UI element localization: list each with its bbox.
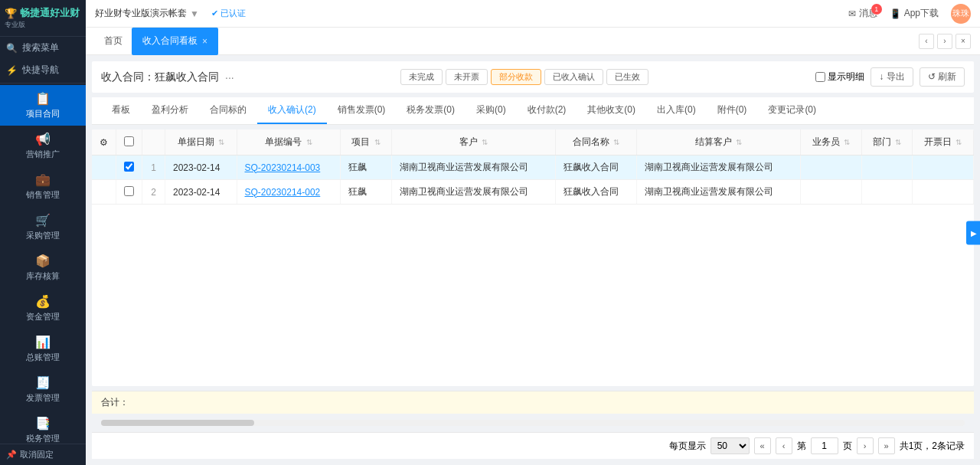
row1-settings xyxy=(92,156,116,180)
row1-checkbox[interactable] xyxy=(124,162,134,172)
subtab-change-log[interactable]: 变更记录(0) xyxy=(757,97,827,124)
row2-doc-no[interactable]: SQ-20230214-002 xyxy=(237,180,341,205)
row2-num: 2 xyxy=(142,180,165,205)
topbar: 好业财专业版演示帐套 ▼ ✔ 已认证 ✉ 1 消息 📱 App下载 珠珠 xyxy=(86,0,980,28)
income-confirm-table: ⚙ 单据日期 ⇅ 单据编号 ⇅ xyxy=(92,129,974,205)
more-options-button[interactable]: ··· xyxy=(225,71,234,84)
col-project[interactable]: 项目 ⇅ xyxy=(341,129,391,156)
sidebar-item-project-contract[interactable]: 📋 项目合同 xyxy=(0,85,86,126)
show-detail-input[interactable] xyxy=(815,72,825,82)
first-page-button[interactable]: « xyxy=(754,437,771,454)
status-no-invoice[interactable]: 未开票 xyxy=(446,69,488,85)
tab-next-button[interactable]: › xyxy=(937,34,952,49)
export-button[interactable]: ↓ 导出 xyxy=(871,67,913,87)
subtab-profit[interactable]: 盈利分析 xyxy=(141,97,199,124)
status-effective[interactable]: 已生效 xyxy=(606,69,648,85)
sidebar-item-invoice[interactable]: 🧾 发票管理 xyxy=(0,369,86,410)
company-selector[interactable]: 好业财专业版演示帐套 ▼ xyxy=(95,7,199,20)
pin-icon: 📌 xyxy=(6,450,17,460)
subtab-tax-invoice[interactable]: 税务发票(0) xyxy=(396,97,466,124)
subtab-purchase[interactable]: 采购(0) xyxy=(466,97,517,124)
page-number-input[interactable] xyxy=(811,437,838,454)
export-icon: ↓ xyxy=(879,71,884,82)
col-salesperson[interactable]: 业务员 ⇅ xyxy=(801,129,862,156)
col-settings[interactable]: ⚙ xyxy=(92,129,116,156)
status-partial-receipt[interactable]: 部分收款 xyxy=(491,69,541,85)
select-all-checkbox[interactable] xyxy=(124,136,134,146)
settings-icon[interactable]: ⚙ xyxy=(100,137,108,148)
subtab-income-confirm[interactable]: 收入确认(2) xyxy=(257,97,327,124)
company-dropdown-icon: ▼ xyxy=(190,8,199,19)
subtab-attachments[interactable]: 附件(0) xyxy=(707,97,758,124)
tab-income-contract[interactable]: 收入合同看板 × xyxy=(132,28,218,55)
col-contract-name[interactable]: 合同名称 ⇅ xyxy=(556,129,637,156)
row1-open-date xyxy=(913,156,974,180)
tab-home[interactable]: 首页 xyxy=(95,34,132,47)
purchase-icon: 🛒 xyxy=(35,213,51,228)
subtab-payment[interactable]: 收付款(2) xyxy=(517,97,577,124)
sidebar-item-tax[interactable]: 📑 税务管理 xyxy=(0,410,86,444)
table-row[interactable]: 1 2023-02-14 SQ-20230214-003 狂飙 湖南卫视商业运营… xyxy=(92,156,974,180)
pagination: 每页显示 50 100 « ‹ 第 页 › » 共1页，2条记录 xyxy=(92,432,974,459)
scrollbar-thumb[interactable] xyxy=(101,420,254,426)
row2-settlement-customer: 湖南卫视商业运营发展有限公司 xyxy=(636,180,800,205)
table-row[interactable]: 2 2023-02-14 SQ-20230214-002 狂飙 湖南卫视商业运营… xyxy=(92,180,974,205)
sidebar-item-sales[interactable]: 💼 销售管理 xyxy=(0,166,86,207)
next-page-button[interactable]: › xyxy=(857,437,874,454)
col-open-date[interactable]: 开票日 ⇅ xyxy=(913,129,974,156)
sidebar-bottom-pin[interactable]: 📌 取消固定 xyxy=(0,444,86,465)
sort-project-icon: ⇅ xyxy=(374,138,381,146)
status-incomplete[interactable]: 未完成 xyxy=(400,69,443,85)
per-page-label: 每页显示 xyxy=(669,440,706,453)
col-department[interactable]: 部门 ⇅ xyxy=(861,129,912,156)
col-date[interactable]: 单据日期 ⇅ xyxy=(165,129,237,156)
tab-close-all-button[interactable]: × xyxy=(956,34,971,49)
subtab-contract-standard[interactable]: 合同标的 xyxy=(199,97,257,124)
subtab-sales-invoice[interactable]: 销售发票(0) xyxy=(327,97,397,124)
sidebar-item-search[interactable]: 🔍 搜索菜单 xyxy=(0,37,86,59)
row2-contract-name: 狂飙收入合同 xyxy=(556,180,637,205)
col-settlement-customer[interactable]: 结算客户 ⇅ xyxy=(636,129,800,156)
subtab-other-income[interactable]: 其他收支(0) xyxy=(577,97,646,124)
tab-prev-button[interactable]: ‹ xyxy=(919,34,934,49)
right-tool-button[interactable]: ▶ xyxy=(966,221,980,244)
page-label-after: 页 xyxy=(843,440,852,453)
refresh-button[interactable]: ↺ 刷新 xyxy=(920,67,965,87)
row1-salesperson xyxy=(801,156,862,180)
row2-check[interactable] xyxy=(116,180,142,205)
sort-contract-icon: ⇅ xyxy=(613,138,619,146)
tabbar-controls: ‹ › × xyxy=(919,34,971,49)
sidebar-item-general-ledger[interactable]: 📊 总账管理 xyxy=(0,329,86,369)
horizontal-scrollbar[interactable] xyxy=(101,420,965,426)
main-content: 好业财专业版演示帐套 ▼ ✔ 已认证 ✉ 1 消息 📱 App下载 珠珠 xyxy=(86,0,980,465)
row1-project: 狂飙 xyxy=(341,156,391,180)
col-customer[interactable]: 客户 ⇅ xyxy=(391,129,555,156)
col-row-num xyxy=(142,129,165,156)
row1-check[interactable] xyxy=(116,156,142,180)
subtab-kanban[interactable]: 看板 xyxy=(101,97,141,124)
certified-check-icon: ✔ xyxy=(211,8,218,18)
quick-nav-icon: ⚡ xyxy=(6,65,18,76)
row2-doc-link[interactable]: SQ-20230214-002 xyxy=(245,187,321,198)
sidebar: 🏆 畅捷通好业财 专业版 🔍 搜索菜单 ⚡ 快捷导航 📋 项目合同 📢 营销推广… xyxy=(0,0,86,465)
app-download-button[interactable]: 📱 App下载 xyxy=(890,7,939,20)
sidebar-item-purchase[interactable]: 🛒 采购管理 xyxy=(0,207,86,247)
last-page-button[interactable]: » xyxy=(878,437,895,454)
row2-checkbox[interactable] xyxy=(124,186,134,196)
row1-customer: 湖南卫视商业运营发展有限公司 xyxy=(391,156,555,180)
row1-doc-no[interactable]: SQ-20230214-003 xyxy=(237,156,341,180)
show-detail-checkbox[interactable]: 显示明细 xyxy=(815,70,864,84)
message-button[interactable]: ✉ 1 消息 xyxy=(848,7,877,20)
col-doc-no[interactable]: 单据编号 ⇅ xyxy=(237,129,341,156)
row1-doc-link[interactable]: SQ-20230214-003 xyxy=(245,162,321,173)
prev-page-button[interactable]: ‹ xyxy=(776,437,792,454)
status-confirmed[interactable]: 已收入确认 xyxy=(544,69,603,85)
sidebar-item-marketing[interactable]: 📢 营销推广 xyxy=(0,126,86,166)
sidebar-item-quick-nav[interactable]: ⚡ 快捷导航 xyxy=(0,59,86,81)
subtab-warehouse[interactable]: 出入库(0) xyxy=(646,97,707,124)
sidebar-item-capital[interactable]: 💰 资金管理 xyxy=(0,288,86,329)
user-avatar[interactable]: 珠珠 xyxy=(951,4,971,24)
sidebar-item-inventory[interactable]: 📦 库存核算 xyxy=(0,247,86,288)
per-page-select[interactable]: 50 100 xyxy=(710,437,750,454)
tab-close-icon[interactable]: × xyxy=(202,36,207,47)
